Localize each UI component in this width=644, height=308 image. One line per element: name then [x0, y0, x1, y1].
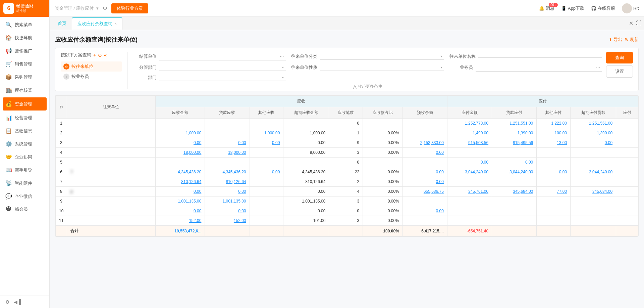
scheme-item-partner[interactable]: ⊙ 按往来单位 [61, 61, 122, 72]
notification-button[interactable]: 🔔 消息 99+ [539, 5, 554, 11]
sidebar-logo: 6 畅捷通财 标准版 [0, 0, 49, 17]
total-ar-amount: 19,553,472,6... [155, 226, 205, 236]
breadcrumb: 资金管理 / 应收应付 ▾ [55, 5, 99, 11]
salesperson-input[interactable]: ··· [476, 63, 602, 72]
header-settings-icon[interactable]: ⚙ [103, 5, 107, 11]
close-window-icon[interactable]: ✕ [629, 20, 633, 27]
sidebar-item-label: 采购管理 [15, 74, 32, 80]
sidebar-item-label: 搜索菜单 [15, 22, 32, 28]
refresh-button[interactable]: ↻ 刷新 [625, 37, 639, 43]
collapse-more-btn[interactable]: ⋀ 收起更多条件 [353, 84, 382, 89]
user-menu[interactable]: Rit [622, 3, 639, 13]
app-icon: 📱 [561, 6, 567, 11]
scheme-item-salesperson[interactable]: ○ 按业务员 [61, 72, 122, 82]
salesperson-dots[interactable]: ··· [596, 64, 600, 70]
maximize-icon[interactable]: ⛶ [636, 20, 641, 27]
logo-icon: 6 [3, 3, 14, 14]
sidebar-item-label: 企业微信 [15, 193, 32, 200]
marketing-icon: 📢 [5, 48, 12, 54]
col-header-payable-group: 应付 [447, 96, 638, 107]
purchase-icon: 📦 [5, 74, 12, 80]
enterprise-icon: 🤝 [5, 154, 12, 160]
table-row: 6 7 4,345,436.20 4,345,436.20 0.00 4,345… [56, 167, 638, 177]
sidebar-item-label: 基础信息 [15, 128, 32, 134]
app-download-button[interactable]: 📱 App下载 [561, 5, 584, 11]
settlement-unit-dots[interactable]: ··· [280, 53, 284, 59]
partner-category-arrow[interactable]: ▾ [440, 54, 442, 58]
department-arrow[interactable]: ▾ [282, 76, 284, 79]
tab-home[interactable]: 首页 [52, 18, 72, 29]
col-header-receivable-group: 应收 [155, 96, 447, 107]
partner-name-cell [67, 216, 155, 226]
filter-buttons: 查询 设置 [606, 52, 633, 89]
sidebar-item-inventory[interactable]: 🏬 库存核算 [0, 84, 49, 97]
table-row: 3 0.00 0.00 0.00 0.00 9 0.00% 2,153,333.… [56, 138, 638, 148]
department-input[interactable]: ▾ [159, 74, 286, 81]
tab-right-actions: ✕ ⛶ [629, 20, 641, 27]
filter-collapse-btn-left[interactable]: « [104, 52, 107, 58]
partner-name-cell [67, 148, 155, 158]
promo-button[interactable]: 体验行业方案 [111, 3, 148, 13]
export-icon: ⬆ [608, 37, 612, 42]
collapse-sidebar-btn[interactable]: ◀▐ [14, 299, 21, 305]
sidebar-item-sales[interactable]: 🛒 销售管理 [0, 57, 49, 71]
logo-name: 畅捷通财 [16, 3, 34, 9]
sidebar-item-marketing[interactable]: 📢 营销推广 [0, 44, 49, 57]
service-icon: 🎧 [591, 6, 596, 11]
sidebar-item-label: 智能硬件 [15, 180, 32, 186]
col-header-ap-loan: 贷款应付 [492, 107, 537, 119]
col-header-ar-other: 其他应收 [250, 107, 283, 119]
partner-category-input[interactable]: ▾ [320, 53, 444, 60]
tab-active[interactable]: 应收应付余额查询 × [72, 17, 122, 30]
sidebar-item-quicknav[interactable]: 🏠 快捷导航 [0, 31, 49, 44]
sidebar-item-purchase[interactable]: 📦 采购管理 [0, 71, 49, 84]
tab-close-btn[interactable]: × [114, 21, 117, 26]
sidebar-item-label: 企业协同 [15, 154, 32, 160]
sidebar-item-sysadmin[interactable]: ⚙️ 系统管理 [0, 137, 49, 150]
settlement-unit-field: 结算单位 ··· [133, 52, 286, 60]
total-ap-suffix [616, 226, 638, 236]
partner-category-field: 往来单位分类 ▾ [291, 53, 444, 60]
query-button[interactable]: 查询 [606, 52, 633, 63]
partner-nature-input[interactable]: ▾ [320, 64, 444, 71]
partner-name-field: 往来单位名称 [449, 53, 602, 59]
sidebar-item-member[interactable]: 🅥 畅会员 [0, 203, 49, 216]
sidebar-item-finance[interactable]: 💰 资金管理 [3, 97, 47, 111]
partner-name-cell [67, 177, 155, 187]
col-header-ap-suffix: 应付 [616, 107, 638, 119]
sidebar-item-wechat[interactable]: 💬 企业微信 [0, 190, 49, 203]
data-table: ⚙ 往来单位 应收 应付 应收金额 贷款应收 其他应收 超期应收金额 应收笔数 … [55, 95, 638, 236]
sidebar-item-search[interactable]: 🔍 搜索菜单 [0, 18, 49, 31]
sidebar-item-basicinfo[interactable]: 📋 基础信息 [0, 124, 49, 137]
header-right: 🔔 消息 99+ 📱 App下载 🎧 在线客服 Rit [539, 3, 639, 13]
table-row: 8 p 0.00 0.00 0.00 4 0.00% 655,636.75 34… [56, 187, 638, 196]
sidebar-item-guide[interactable]: 📖 新手引导 [0, 164, 49, 177]
settings-button[interactable]: 设置 [606, 65, 633, 78]
search-icon: 🔍 [5, 21, 12, 28]
partner-category-label: 往来单位分类 [291, 53, 317, 59]
online-service-button[interactable]: 🎧 在线客服 [591, 5, 615, 11]
partner-name-cell [67, 138, 155, 148]
sidebar: 6 畅捷通财 标准版 🔍 搜索菜单 🏠 快捷导航 📢 营销推广 🛒 销售管理 📦… [0, 0, 50, 308]
partner-nature-arrow[interactable]: ▾ [440, 65, 442, 69]
page-body: 应收应付余额查询(按往来单位) ⬆ 导出 ↻ 刷新 按以下方案查询 + ⊙ [50, 30, 644, 308]
dept-input[interactable]: ▾ [159, 64, 286, 71]
settlement-unit-input[interactable]: ··· [159, 52, 286, 60]
sidebar-item-enterprise[interactable]: 🤝 企业协同 [0, 150, 49, 164]
settings-footer-icon[interactable]: ⚙ [5, 299, 10, 305]
sidebar-item-operations[interactable]: 📊 经营管理 [0, 111, 49, 124]
filter-add-btn[interactable]: + [93, 52, 96, 58]
partner-name-input[interactable] [478, 55, 602, 58]
partner-name-label: 往来单位名称 [449, 53, 476, 59]
dept-field: 分管部门 ▾ [133, 64, 286, 71]
dept-arrow[interactable]: ▾ [282, 65, 284, 69]
page-title-row: 应收应付余额查询(按往来单位) ⬆ 导出 ↻ 刷新 [55, 36, 639, 44]
partner-name-cell: 7 [67, 167, 155, 177]
sidebar-item-label: 新手引导 [15, 167, 32, 173]
sidebar-item-label: 快捷导航 [15, 35, 32, 41]
main-content: 首页 应收应付余额查询 × ✕ ⛶ 应收应付余额查询(按往来单位) ⬆ 导出 ↻… [50, 17, 644, 308]
table-row: 4 18,000.00 18,000.00 9,000.00 3 0.00% 0… [56, 148, 638, 158]
filter-settings-btn[interactable]: ⊙ [98, 52, 102, 58]
export-button[interactable]: ⬆ 导出 [608, 37, 622, 43]
sidebar-item-hardware[interactable]: 📡 智能硬件 [0, 177, 49, 190]
